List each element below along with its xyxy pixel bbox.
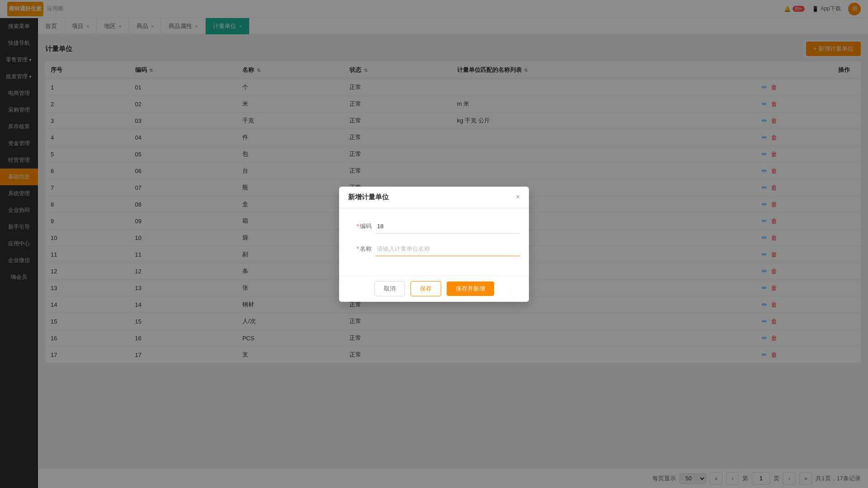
modal-header: 新增计量单位 ×: [339, 187, 529, 208]
save-button[interactable]: 保存: [410, 281, 441, 296]
name-input[interactable]: [375, 242, 520, 256]
modal-body: 编码 名称: [339, 208, 529, 275]
add-unit-modal: 新增计量单位 × 编码 名称 取消 保存 保存并新增: [339, 187, 529, 302]
code-label: 编码: [348, 222, 375, 230]
save-new-button[interactable]: 保存并新增: [447, 282, 494, 296]
name-label: 名称: [348, 245, 375, 253]
cancel-button[interactable]: 取消: [374, 281, 405, 296]
modal-close-button[interactable]: ×: [516, 193, 520, 201]
code-input[interactable]: [375, 219, 520, 234]
modal-title: 新增计量单位: [348, 193, 389, 202]
name-field-row: 名称: [348, 242, 520, 256]
code-field-row: 编码: [348, 219, 520, 234]
modal-overlay: 新增计量单位 × 编码 名称 取消 保存 保存并新增: [0, 0, 868, 488]
modal-footer: 取消 保存 保存并新增: [339, 275, 529, 302]
